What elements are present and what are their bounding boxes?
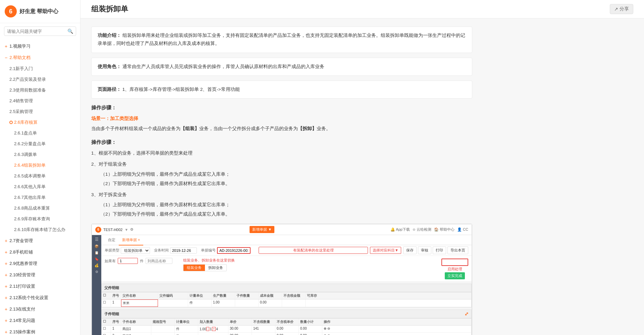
app-id: TEST-H002 bbox=[103, 228, 122, 232]
sidebar: 6 好生意 帮助中心 🔍 + 1.视频学习 − 2.帮助文档 2.1新手入门 2… bbox=[0, 0, 80, 335]
step2: 2、对于组装业务 bbox=[91, 160, 472, 169]
sidebar-item-215[interactable]: + 2.15操作案例 bbox=[0, 326, 80, 335]
audit-btn[interactable]: 审核 bbox=[418, 246, 431, 254]
sidebar-item-268[interactable]: 2.6.8商品成本重算 bbox=[0, 203, 80, 214]
step3: 3、对于拆卖业务 bbox=[91, 190, 472, 199]
print-btn[interactable]: 打印 bbox=[433, 246, 446, 254]
ops-steps-subtitle: 操作步骤： bbox=[91, 139, 472, 146]
app-screenshot: 6 TEST-H002 ▼ ⚙ 新增单据 ▼ 🔔 App下载 ⊙ 云给检测 🏠 … bbox=[92, 224, 472, 335]
expand-icon-28: + bbox=[5, 249, 7, 255]
sidebar-item-23[interactable]: 2.3使用前数据准备 bbox=[0, 85, 80, 96]
sidebar-item-263[interactable]: 2.6.3调拨单 bbox=[0, 149, 80, 160]
scenario1-desc: 当由多个子件材料组装成一个成品的业务为【组装】业务，当由一个父件拆分成多个子产品… bbox=[91, 124, 472, 133]
share-button[interactable]: ↗ 分享 bbox=[610, 4, 633, 14]
tab-new-doc[interactable]: 新增单据 × bbox=[119, 235, 143, 245]
sidebar-item-267[interactable]: 2.6.7其他出库单 bbox=[0, 192, 80, 203]
app-logo: 6 bbox=[5, 5, 17, 17]
save-btn[interactable]: 保存 bbox=[403, 246, 417, 254]
date-input[interactable] bbox=[170, 247, 197, 254]
sidebar-item-212[interactable]: + 2.12系统个性化设置 bbox=[0, 292, 80, 303]
app-new-doc-btn[interactable]: 新增单据 ▼ bbox=[250, 226, 274, 233]
table-row: ☐ 2 商品2 件 30.00 0.00 0.00 ⊕ ⊖ bbox=[102, 333, 471, 335]
sidebar-item-22[interactable]: 2.2产品安装及登录 bbox=[0, 74, 80, 85]
main-area: 组装拆卸单 ↗ 分享 功能介绍： 组装拆卸单用来处理企业组装或拆卸等加工业务，支… bbox=[80, 0, 644, 335]
sidebar-item-24[interactable]: 2.4销售管理 bbox=[0, 96, 80, 106]
type-toggle: 组装业务 拆卸业务 bbox=[183, 264, 227, 271]
sidebar-item-26[interactable]: 2.6库存核算 bbox=[0, 117, 80, 128]
type-disassemble-btn[interactable]: 拆卸业务 bbox=[205, 265, 226, 271]
table-row: ☐ 1 米米 件 1.00 0.00 bbox=[102, 299, 471, 307]
expand-icon: + bbox=[5, 44, 7, 49]
role-text: 通常由生产人员或库管人员完成拆装业务的操作，库管人员确认原材料的出库和产成品的入… bbox=[122, 64, 324, 69]
sidebar-item-28[interactable]: + 2.8手机旺铺 bbox=[0, 246, 80, 258]
table-row: ☐ 1 商品1 件 1.00 - 1 + 4 bbox=[102, 326, 471, 333]
search-box[interactable]: 🔍 bbox=[4, 26, 76, 36]
sidebar-item-help-docs[interactable]: − 2.帮助文档 bbox=[0, 52, 80, 63]
screenshot-container: 6 TEST-H002 ▼ ⚙ 新增单据 ▼ 🔔 App下载 ⊙ 云给检测 🏠 … bbox=[91, 224, 472, 335]
expand-icon-27: + bbox=[5, 238, 7, 243]
sidebar-item-25[interactable]: 2.5采购管理 bbox=[0, 106, 80, 117]
product-name-input[interactable] bbox=[146, 258, 172, 264]
annotation-3: 启用处理 bbox=[447, 267, 462, 272]
sub-list-26: 2.6.1盘点单 2.6.2分量盘点单 2.6.3调拨单 2.6.4组装拆卸单 … bbox=[0, 128, 80, 235]
sidebar-item-21[interactable]: 2.1新手入门 bbox=[0, 63, 80, 74]
confirm-btn[interactable]: 立实完成 bbox=[445, 272, 465, 279]
export-btn[interactable]: 导出本页 bbox=[447, 246, 468, 254]
step3-sub2: （2）下部明细为子件明细，最终作为产成品生成某它入库单。 bbox=[91, 210, 472, 219]
sidebar-item-27[interactable]: + 2.7资金管理 bbox=[0, 235, 80, 246]
expand-icon-213: + bbox=[5, 306, 7, 312]
role-block: 使用角色： 通常由生产人员或库管人员完成拆装业务的操作，库管人员确认原材料的出库… bbox=[91, 58, 472, 76]
tab-custom[interactable]: 自定 bbox=[105, 235, 119, 245]
search-input[interactable] bbox=[7, 29, 67, 34]
sidebar-item-261[interactable]: 2.6.1盘点单 bbox=[0, 128, 80, 138]
form-row-2: 如果有 件 组装业务、拆卸业务在这里切换 bbox=[101, 256, 472, 282]
type-assemble-btn[interactable]: 组装业务 bbox=[183, 265, 205, 271]
content-area: 功能介绍： 组装拆卸单用来处理企业组装或拆卸等加工业务，支持有固定装配清单的产品… bbox=[80, 18, 483, 335]
app-topbar: 6 TEST-H002 ▼ ⚙ 新增单据 ▼ 🔔 App下载 ⊙ 云给检测 🏠 … bbox=[92, 224, 472, 235]
sidebar-item-211[interactable]: + 2.11打印设置 bbox=[0, 281, 80, 292]
func-intro-text: 组装拆卸单用来处理企业组装或拆卸等加工业务，支持有固定装配清单的产品加工业务，也… bbox=[98, 33, 465, 46]
step2-sub1: （1）上部明细为父件明细，最终作为产成品生成某它入库单； bbox=[91, 170, 472, 179]
sidebar-item-269[interactable]: 2.6.9库存账本查询 bbox=[0, 214, 80, 224]
sidebar-item-210[interactable]: + 2.10经营管理 bbox=[0, 269, 80, 281]
expand-icon-right: ⤢ bbox=[465, 311, 469, 317]
sidebar-item-266[interactable]: 2.6.6其他入库单 bbox=[0, 181, 80, 192]
lower-table-header: 子件明细 ⤢ bbox=[101, 310, 472, 318]
doc-code-input[interactable] bbox=[217, 247, 251, 254]
sidebar-item-video[interactable]: + 1.视频学习 bbox=[0, 41, 80, 52]
upper-table-header: 父件明细 bbox=[101, 284, 472, 292]
qty-input[interactable] bbox=[118, 258, 138, 264]
expand-icon-211: + bbox=[5, 284, 7, 289]
form-row-1: 单据类型 组装拆卸单 业务时间 单据编号 有装配清单的在这里处理 bbox=[101, 245, 472, 256]
role-label: 使用角色： bbox=[98, 64, 121, 69]
parent-name-cell[interactable]: 米米 bbox=[121, 299, 158, 307]
sidebar-item-264[interactable]: 2.6.4组装拆卸单 bbox=[0, 160, 80, 171]
sidebar-item-214[interactable]: + 2.14常见问题 bbox=[0, 315, 80, 326]
nav-list: + 1.视频学习 − 2.帮助文档 2.1新手入门 2.2产品安装及登录 2.3… bbox=[0, 39, 80, 335]
subject-input[interactable] bbox=[441, 259, 468, 266]
ops-title: 操作步骤： bbox=[91, 105, 472, 111]
sidebar-item-262[interactable]: 2.6.2分量盘点单 bbox=[0, 138, 80, 149]
scenario1-title: 场景一：加工类型选择 bbox=[91, 116, 472, 122]
expand-icon-210: + bbox=[5, 272, 7, 278]
sidebar-header: 6 好生意 帮助中心 bbox=[0, 0, 80, 23]
sidebar-item-29[interactable]: + 2.9优惠券管理 bbox=[0, 258, 80, 269]
sidebar-item-265[interactable]: 2.6.5成本调整单 bbox=[0, 171, 80, 181]
search-icon[interactable]: 🔍 bbox=[67, 29, 73, 34]
func-intro-label: 功能介绍： bbox=[98, 33, 121, 38]
select-subject-btn[interactable]: 选择对应科目▼ bbox=[370, 247, 401, 254]
open-circle-icon bbox=[9, 121, 13, 124]
step2-sub2: （2）下部明细为子件明细，最终作为原材料生成某它出库单。 bbox=[91, 179, 472, 188]
expand-icon-212: + bbox=[5, 295, 7, 300]
upper-table: ☐ 序号 父件名称 父件编码 计量单位 生产数量 子件数量 成本金额 不含税金额… bbox=[101, 292, 472, 308]
share-icon: ↗ bbox=[614, 6, 618, 12]
expand-icon-215: + bbox=[5, 329, 7, 335]
sidebar-item-2610[interactable]: 2.6.10库存账本错了怎么办 bbox=[0, 224, 80, 235]
expand-icon-214: + bbox=[5, 318, 7, 323]
sub-list-2: 2.1新手入门 2.2产品安装及登录 2.3使用前数据准备 2.4销售管理 2.… bbox=[0, 63, 80, 235]
sidebar-item-213[interactable]: + 2.13在线支付 bbox=[0, 303, 80, 315]
topbar: 组装拆卸单 ↗ 分享 bbox=[80, 0, 644, 18]
doc-type-select[interactable]: 组装拆卸单 bbox=[121, 247, 150, 254]
step1: 1、根据不同的业务，选择不同单据的类型来处理 bbox=[91, 149, 472, 158]
collapse-icon: − bbox=[5, 55, 7, 60]
